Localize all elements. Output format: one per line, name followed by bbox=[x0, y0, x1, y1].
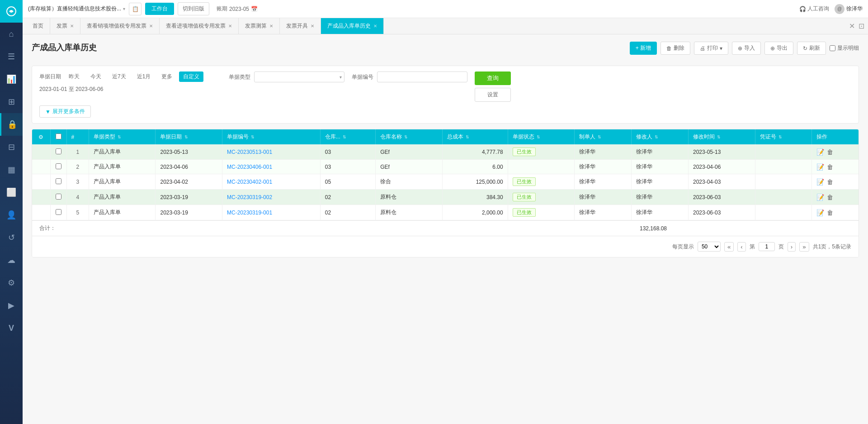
prev-page-button[interactable]: ‹ bbox=[737, 242, 745, 252]
th-date[interactable]: 单据日期 ⇅ bbox=[156, 129, 222, 144]
query-button[interactable]: 查询 bbox=[475, 71, 511, 85]
tab-product-history[interactable]: 产成品入库单历史 ✕ bbox=[321, 18, 384, 34]
td-checkbox[interactable] bbox=[50, 205, 66, 220]
edit-icon-1[interactable]: 📝 bbox=[816, 163, 824, 171]
th-total-cost[interactable]: 总成本 ⇅ bbox=[442, 129, 508, 144]
filter-date-7days[interactable]: 近7天 bbox=[108, 71, 130, 82]
th-modifier[interactable]: 修改人 ⇅ bbox=[632, 129, 689, 144]
filter-date-more[interactable]: 更多 bbox=[157, 71, 176, 82]
first-page-button[interactable]: « bbox=[724, 242, 734, 252]
row-checkbox-1[interactable] bbox=[56, 163, 61, 169]
edit-icon-3[interactable]: 📝 bbox=[816, 194, 824, 201]
filter-date-1month[interactable]: 近1月 bbox=[133, 71, 155, 82]
tab-product-history-close[interactable]: ✕ bbox=[373, 24, 377, 29]
td-checkbox[interactable] bbox=[50, 190, 66, 205]
th-checkbox[interactable] bbox=[50, 129, 66, 144]
th-creator[interactable]: 制单人 ⇅ bbox=[575, 129, 632, 144]
delete-icon-4[interactable]: 🗑 bbox=[827, 209, 833, 216]
filter-setting-button[interactable]: 设置 bbox=[475, 88, 511, 102]
tab-invoice-open-close[interactable]: ✕ bbox=[311, 24, 314, 29]
switch-version-button[interactable]: 切到旧版 bbox=[178, 2, 209, 15]
sidebar-item-cloud[interactable]: ☁ bbox=[0, 249, 23, 272]
th-modify-time[interactable]: 修改时间 ⇅ bbox=[688, 129, 755, 144]
tab-invoice[interactable]: 发票 ✕ bbox=[50, 18, 80, 34]
tabsbar-close-all[interactable]: ✕ bbox=[849, 22, 855, 30]
per-page-select[interactable]: 50 100 200 bbox=[698, 242, 721, 252]
th-status[interactable]: 单据状态 ⇅ bbox=[508, 129, 574, 144]
row-checkbox-0[interactable] bbox=[56, 148, 61, 154]
tab-vat-sales-close[interactable]: ✕ bbox=[149, 24, 153, 29]
tab-home[interactable]: 首页 bbox=[26, 18, 50, 34]
sidebar-item-stack[interactable]: ⊞ bbox=[0, 91, 23, 113]
filter-type-select[interactable] bbox=[254, 71, 344, 82]
th-voucher[interactable]: 凭证号 ⇅ bbox=[755, 129, 812, 144]
td-number[interactable]: MC-20230319-001 bbox=[222, 205, 321, 220]
tab-vat-purchase-close[interactable]: ✕ bbox=[228, 24, 232, 29]
select-all-checkbox[interactable] bbox=[56, 133, 61, 139]
new-button[interactable]: + 新增 bbox=[630, 42, 657, 55]
app-logo[interactable] bbox=[0, 0, 23, 23]
filter-date-yesterday[interactable]: 昨天 bbox=[65, 71, 84, 82]
sidebar-item-v[interactable]: V bbox=[0, 317, 23, 339]
service-button[interactable]: 🎧 人工咨询 bbox=[799, 5, 829, 13]
td-number[interactable]: MC-20230513-001 bbox=[222, 144, 321, 160]
print-button[interactable]: 🖨 打印 ▾ bbox=[694, 42, 728, 55]
tab-vat-sales[interactable]: 查看销项增值税专用发票 ✕ bbox=[80, 18, 160, 34]
sidebar-item-person[interactable]: 👤 bbox=[0, 204, 23, 226]
td-checkbox[interactable] bbox=[50, 144, 66, 160]
user-menu[interactable]: @ 徐泽华 bbox=[835, 4, 863, 14]
doc-number-link[interactable]: MC-20230402-001 bbox=[227, 179, 272, 185]
td-number[interactable]: MC-20230406-001 bbox=[222, 160, 321, 174]
last-page-button[interactable]: » bbox=[799, 242, 809, 252]
sidebar-item-gear[interactable]: ⚙ bbox=[0, 272, 23, 294]
th-settings[interactable]: ⚙ bbox=[32, 129, 50, 144]
delete-icon-3[interactable]: 🗑 bbox=[827, 194, 833, 201]
td-number[interactable]: MC-20230319-002 bbox=[222, 190, 321, 205]
delete-icon-1[interactable]: 🗑 bbox=[827, 163, 833, 171]
edit-icon-0[interactable]: 📝 bbox=[816, 148, 824, 156]
sidebar-item-home[interactable]: ⌂ bbox=[0, 23, 23, 45]
doc-number-link[interactable]: MC-20230319-002 bbox=[227, 194, 272, 200]
td-checkbox[interactable] bbox=[50, 174, 66, 190]
sidebar-item-doc[interactable]: ☰ bbox=[0, 45, 23, 68]
delete-icon-2[interactable]: 🗑 bbox=[827, 178, 833, 186]
sidebar-item-grid[interactable]: ⊟ bbox=[0, 136, 23, 158]
sidebar-item-table[interactable]: ▦ bbox=[0, 158, 23, 181]
delete-icon-0[interactable]: 🗑 bbox=[827, 148, 833, 156]
filter-date-today[interactable]: 今天 bbox=[86, 71, 105, 82]
calendar-icon[interactable]: 📅 bbox=[251, 6, 258, 12]
th-warehouse-code[interactable]: 仓库... ⇅ bbox=[320, 129, 375, 144]
import-button[interactable]: ⊕ 导入 bbox=[732, 42, 761, 55]
row-checkbox-4[interactable] bbox=[56, 209, 61, 215]
td-checkbox[interactable] bbox=[50, 160, 66, 174]
doc-number-link[interactable]: MC-20230319-001 bbox=[227, 210, 272, 216]
row-checkbox-2[interactable] bbox=[56, 178, 61, 184]
row-checkbox-3[interactable] bbox=[56, 194, 61, 200]
sidebar-item-box[interactable]: ⬜ bbox=[0, 181, 23, 204]
tab-invoice-close[interactable]: ✕ bbox=[70, 24, 74, 29]
tab-invoice-open[interactable]: 发票开具 ✕ bbox=[280, 18, 321, 34]
refresh-button[interactable]: ↻ 刷新 bbox=[797, 42, 826, 55]
sidebar-item-chart[interactable]: 📊 bbox=[0, 68, 23, 91]
filter-date-custom[interactable]: 自定义 bbox=[179, 71, 203, 82]
show-detail-checkbox[interactable] bbox=[830, 45, 835, 51]
export-button[interactable]: ⊕ 导出 bbox=[764, 42, 793, 55]
tabsbar-expand-icon[interactable]: ⊡ bbox=[859, 22, 864, 30]
edit-icon-4[interactable]: 📝 bbox=[816, 209, 824, 216]
current-page-input[interactable] bbox=[759, 242, 775, 251]
th-number[interactable]: 单据编号 ⇅ bbox=[222, 129, 321, 144]
sidebar-item-cycle[interactable]: ↺ bbox=[0, 226, 23, 249]
th-warehouse-name[interactable]: 仓库名称 ⇅ bbox=[376, 129, 442, 144]
tab-invoice-calc-close[interactable]: ✕ bbox=[269, 24, 273, 29]
delete-button[interactable]: 🗑 删除 bbox=[660, 42, 690, 55]
filter-expand-button[interactable]: ▼ 展开更多条件 bbox=[39, 105, 91, 118]
edit-icon-2[interactable]: 📝 bbox=[816, 178, 824, 186]
company-selector[interactable]: (库存核算）直播轻纯通信息技术股份... ▾ bbox=[28, 5, 125, 13]
workbench-button[interactable]: 工作台 bbox=[145, 3, 174, 15]
sidebar-item-lock[interactable]: 🔒 bbox=[0, 113, 23, 136]
tab-vat-purchase[interactable]: 查看进项增值税专用发票 ✕ bbox=[160, 18, 239, 34]
show-detail-toggle[interactable]: 显示明细 bbox=[830, 44, 859, 52]
sidebar-item-play[interactable]: ▶ bbox=[0, 294, 23, 317]
doc-number-link[interactable]: MC-20230406-001 bbox=[227, 164, 272, 170]
tab-invoice-calc[interactable]: 发票测算 ✕ bbox=[239, 18, 280, 34]
